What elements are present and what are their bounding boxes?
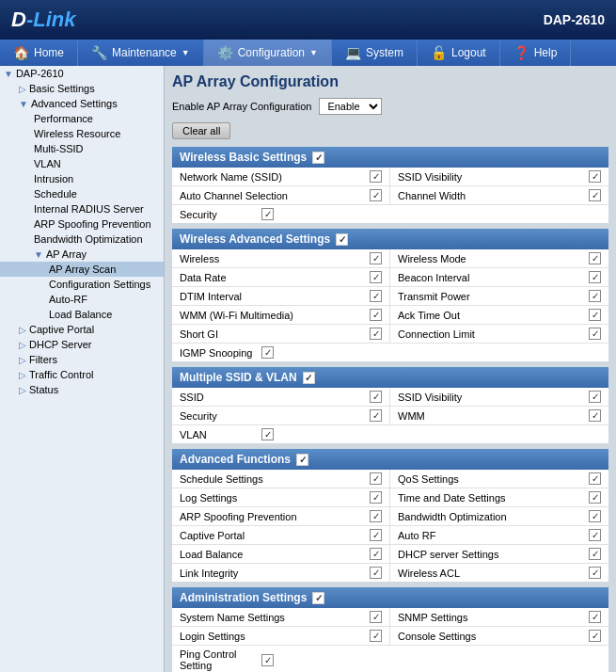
cell-bandwidth-opt2: Bandwidth Optimization	[390, 507, 608, 525]
checkbox-security[interactable]	[261, 208, 274, 220]
checkbox-ssid-vis2[interactable]	[589, 391, 601, 403]
checkbox-log-settings[interactable]	[370, 491, 382, 504]
sidebar-performance-label: Performance	[34, 113, 93, 124]
checkbox-security2[interactable]	[370, 409, 382, 422]
checkbox-channel-width[interactable]	[589, 189, 601, 201]
nav-logout[interactable]: 🔓 Logout	[418, 40, 500, 66]
cell-wireless: Wireless	[172, 249, 390, 267]
checkbox-wmm[interactable]	[370, 309, 382, 321]
checkbox-link-integrity[interactable]	[370, 567, 382, 579]
sidebar-item-intrusion[interactable]: Intrusion	[0, 171, 164, 186]
nav-system[interactable]: 💻 System	[332, 40, 418, 66]
sidebar-item-traffic-control[interactable]: ▷ Traffic Control	[0, 367, 164, 382]
checkbox-dhcp-server[interactable]	[589, 548, 601, 560]
sidebar-item-bandwidth-opt[interactable]: Bandwidth Optimization	[0, 232, 164, 247]
sidebar-item-vlan[interactable]: VLAN	[0, 156, 164, 171]
checkbox-load-balance2[interactable]	[370, 548, 382, 560]
sidebar-item-multi-ssid[interactable]: Multi-SSID	[0, 141, 164, 156]
sidebar-item-auto-rf[interactable]: Auto-RF	[0, 292, 164, 307]
checkbox-ssid-visibility[interactable]	[589, 170, 601, 183]
nav-configuration[interactable]: ⚙️ Configuration ▼	[204, 40, 332, 66]
expand-icon: ▷	[19, 355, 26, 365]
sidebar-item-status[interactable]: ▷ Status	[0, 382, 164, 397]
sidebar-item-performance[interactable]: Performance	[0, 111, 164, 126]
label-link-integrity: Link Integrity	[180, 568, 238, 579]
checkbox-connection-limit[interactable]	[589, 328, 601, 340]
sidebar-item-config-settings[interactable]: Configuration Settings	[0, 277, 164, 292]
table-row: Short GI Connection Limit	[172, 325, 608, 344]
checkbox-bandwidth-opt2[interactable]	[589, 510, 601, 522]
checkbox-ack-timeout[interactable]	[589, 309, 601, 321]
enable-config-select[interactable]: Enable Disable	[319, 98, 382, 115]
configuration-dropdown-icon: ▼	[309, 48, 318, 57]
checkbox-network-name[interactable]	[370, 170, 382, 183]
sidebar-item-filters[interactable]: ▷ Filters	[0, 352, 164, 367]
cell-wireless-acl: Wireless ACL	[390, 564, 608, 582]
system-icon: 💻	[345, 45, 361, 60]
checkbox-igmp-snooping[interactable]	[261, 346, 274, 359]
checkbox-login-settings[interactable]	[370, 630, 382, 642]
checkbox-console-settings[interactable]	[589, 630, 601, 642]
table-row: System Name Settings SNMP Settings	[172, 608, 608, 627]
section-wireless-advanced-checkbox[interactable]	[336, 233, 348, 246]
checkbox-wmm2[interactable]	[589, 409, 601, 422]
sidebar-item-basic-settings[interactable]: ▷ Basic Settings	[0, 81, 164, 96]
checkbox-dtim-interval[interactable]	[370, 290, 382, 302]
checkbox-wireless-mode[interactable]	[589, 252, 601, 264]
sidebar-item-dap2610[interactable]: ▼ DAP-2610	[0, 66, 164, 81]
sidebar-item-captive-portal[interactable]: ▷ Captive Portal	[0, 322, 164, 337]
checkbox-beacon-interval[interactable]	[589, 271, 601, 283]
clear-all-button[interactable]: Clear all	[172, 122, 230, 139]
label-wmm2: WMM	[398, 410, 425, 422]
nav-maintenance[interactable]: 🔧 Maintenance ▼	[78, 40, 204, 66]
sidebar-item-advanced-settings[interactable]: ▼ Advanced Settings	[0, 96, 164, 111]
section-admin-settings-header: Administration Settings	[172, 587, 608, 608]
checkbox-transmit-power[interactable]	[589, 290, 601, 302]
sidebar-item-schedule[interactable]: Schedule	[0, 186, 164, 201]
content-area: AP Array Configuration Enable AP Array C…	[165, 66, 616, 672]
sidebar-item-dhcp-server[interactable]: ▷ DHCP Server	[0, 337, 164, 352]
checkbox-time-date[interactable]	[589, 491, 601, 504]
checkbox-wireless-acl[interactable]	[589, 567, 601, 579]
section-wireless-advanced: Wireless Advanced Settings Wireless Wire…	[172, 229, 608, 361]
section-wireless-basic-checkbox[interactable]	[312, 152, 324, 164]
checkbox-wireless[interactable]	[370, 252, 382, 264]
checkbox-schedule-settings[interactable]	[370, 472, 382, 485]
nav-help-label: Help	[534, 46, 558, 59]
checkbox-arp2[interactable]	[370, 510, 382, 522]
cell-network-name: Network Name (SSID)	[172, 168, 390, 185]
checkbox-data-rate[interactable]	[370, 271, 382, 283]
nav-help[interactable]: ❓ Help	[500, 40, 572, 66]
checkbox-auto-channel[interactable]	[370, 189, 382, 201]
sidebar-item-internal-radius[interactable]: Internal RADIUS Server	[0, 201, 164, 216]
sidebar-item-ap-array-scan[interactable]: AP Array Scan	[0, 262, 164, 277]
checkbox-system-name[interactable]	[370, 611, 382, 623]
section-advanced-functions-checkbox[interactable]	[296, 454, 308, 466]
cell-load-balance2: Load Balance	[172, 545, 390, 563]
section-advanced-functions: Advanced Functions Schedule Settings QoS…	[172, 449, 608, 582]
section-multiple-ssid-checkbox[interactable]	[303, 372, 315, 384]
checkbox-ssid[interactable]	[370, 391, 382, 403]
cell-qos-settings: QoS Settings	[390, 470, 608, 488]
checkbox-snmp[interactable]	[589, 611, 601, 623]
cell-vlan: VLAN	[172, 425, 281, 443]
checkbox-captive-portal2[interactable]	[370, 529, 382, 541]
sidebar-captive-portal-label: Captive Portal	[29, 324, 94, 335]
checkbox-vlan[interactable]	[261, 428, 274, 440]
section-admin-settings-checkbox[interactable]	[312, 592, 324, 604]
checkbox-ping-control[interactable]	[261, 654, 274, 666]
sidebar-item-arp-spoofing[interactable]: ARP Spoofing Prevention	[0, 216, 164, 232]
nav-home[interactable]: 🏠 Home	[0, 40, 78, 66]
checkbox-short-gi[interactable]	[370, 328, 382, 340]
sidebar-basic-settings-label: Basic Settings	[29, 83, 95, 94]
checkbox-qos-settings[interactable]	[589, 472, 601, 485]
sidebar-item-wireless-resource[interactable]: Wireless Resource	[0, 126, 164, 141]
label-ssid-vis2: SSID Visibility	[398, 392, 462, 403]
sidebar-item-ap-array[interactable]: ▼ AP Array	[0, 247, 164, 262]
label-transmit-power: Transmit Power	[398, 291, 470, 302]
checkbox-auto-rf[interactable]	[589, 529, 601, 541]
sidebar-dhcp-server-label: DHCP Server	[29, 339, 91, 350]
sidebar-item-load-balance[interactable]: Load Balance	[0, 307, 164, 322]
cell-login-settings: Login Settings	[172, 627, 390, 645]
label-log-settings: Log Settings	[180, 492, 237, 504]
